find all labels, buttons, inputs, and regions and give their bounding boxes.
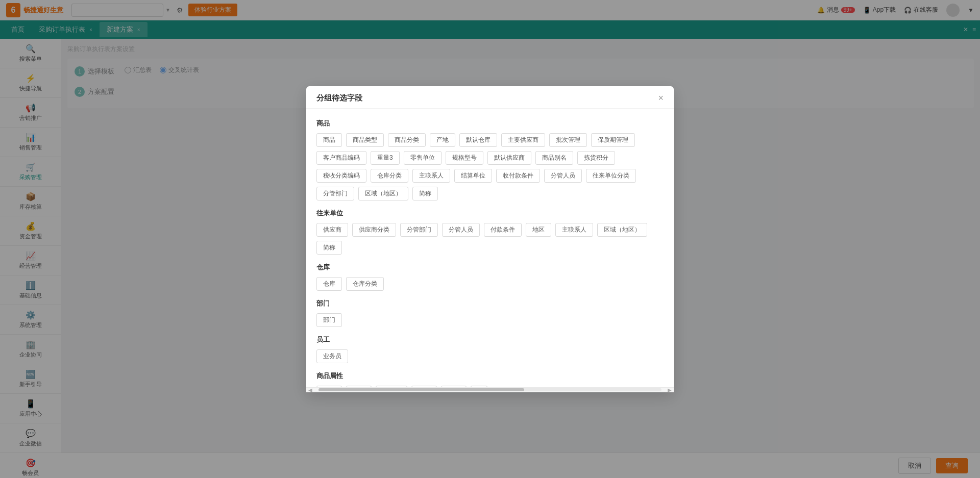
tag-partner-dept[interactable]: 分管部门: [400, 223, 438, 237]
modal-body: 商品 商品 商品类型 商品分类 产地 默认仓库 主要供应商 批次管理 保质期管理…: [306, 109, 674, 387]
section-tags-partner: 供应商 供应商分类 分管部门 分管人员 付款条件 地区 主联系人 区域（地区） …: [316, 223, 664, 255]
tag-short-name[interactable]: 简称: [412, 187, 438, 200]
hscroll-track: [318, 388, 662, 391]
modal-header: 分组待选字段 ×: [306, 86, 674, 109]
tag-main-supplier[interactable]: 主要供应商: [501, 133, 545, 147]
hscroll-right-arrow[interactable]: ▶: [666, 387, 674, 393]
section-title-staff: 员工: [316, 335, 664, 344]
modal-close-button[interactable]: ×: [658, 93, 664, 103]
tag-tax-code[interactable]: 税收分类编码: [316, 169, 366, 183]
tag-default-warehouse[interactable]: 默认仓库: [459, 133, 497, 147]
hscroll-left-arrow[interactable]: ◀: [306, 387, 314, 393]
tag-area[interactable]: 地区: [526, 223, 551, 237]
section-tags-warehouse: 仓库 仓库分类: [316, 277, 664, 291]
tag-payment-condition[interactable]: 付款条件: [484, 223, 522, 237]
section-title-product-attr: 商品属性: [316, 371, 664, 381]
section-tags-goods: 商品 商品类型 商品分类 产地 默认仓库 主要供应商 批次管理 保质期管理 客户…: [316, 133, 664, 200]
tag-goods-alias[interactable]: 商品别名: [535, 151, 573, 165]
tag-goods-type[interactable]: 商品类型: [346, 133, 384, 147]
section-tags-staff: 业务员: [316, 349, 664, 363]
tag-payment-terms[interactable]: 收付款条件: [496, 169, 540, 183]
tag-default-supplier[interactable]: 默认供应商: [487, 151, 531, 165]
section-tags-department: 部门: [316, 313, 664, 327]
tag-warehouse-category[interactable]: 仓库分类: [371, 169, 408, 183]
tag-partner-category[interactable]: 往来单位分类: [586, 169, 636, 183]
tag-batch-mgmt[interactable]: 批次管理: [549, 133, 587, 147]
tag-partner-staff[interactable]: 分管人员: [442, 223, 480, 237]
section-title-warehouse: 仓库: [316, 263, 664, 272]
tag-goods[interactable]: 商品: [316, 133, 342, 147]
tag-supplier-category[interactable]: 供应商分类: [352, 223, 396, 237]
tag-origin[interactable]: 产地: [430, 133, 455, 147]
tag-partner-main-contact[interactable]: 主联系人: [555, 223, 593, 237]
tag-department[interactable]: 部门: [316, 313, 342, 327]
tag-spec-model[interactable]: 规格型号: [446, 151, 483, 165]
section-title-department: 部门: [316, 299, 664, 308]
tag-retail-unit[interactable]: 零售单位: [404, 151, 442, 165]
tag-supervisor-staff[interactable]: 分管人员: [544, 169, 582, 183]
section-title-goods: 商品: [316, 119, 664, 128]
tag-partner-short-name[interactable]: 简称: [316, 241, 342, 255]
tag-weight3[interactable]: 重量3: [371, 151, 400, 165]
tag-settlement-unit[interactable]: 结算单位: [454, 169, 492, 183]
tag-dept-managed[interactable]: 分管部门: [316, 187, 354, 200]
modal-title: 分组待选字段: [316, 93, 362, 103]
modal-overlay: 分组待选字段 × 商品 商品 商品类型 商品分类 产地 默认仓库 主要供应商 批…: [0, 0, 980, 478]
section-title-partner: 往来单位: [316, 209, 664, 218]
tag-warehouse-cat[interactable]: 仓库分类: [346, 277, 384, 291]
modal-horizontal-scrollbar[interactable]: ◀ ▶: [306, 387, 674, 392]
tag-goods-category[interactable]: 商品分类: [388, 133, 426, 147]
hscroll-thumb[interactable]: [318, 388, 524, 391]
tag-expiry-mgmt[interactable]: 保质期管理: [591, 133, 635, 147]
tag-main-contact[interactable]: 主联系人: [412, 169, 450, 183]
tag-region[interactable]: 区域（地区）: [358, 187, 408, 200]
tag-warehouse[interactable]: 仓库: [316, 277, 342, 291]
tag-supplier[interactable]: 供应商: [316, 223, 348, 237]
tag-customer-goods-code[interactable]: 客户商品编码: [316, 151, 366, 165]
field-select-modal: 分组待选字段 × 商品 商品 商品类型 商品分类 产地 默认仓库 主要供应商 批…: [306, 86, 674, 392]
tag-partner-region[interactable]: 区域（地区）: [597, 223, 647, 237]
tag-salesperson[interactable]: 业务员: [316, 349, 348, 363]
tag-pick-points[interactable]: 拣货积分: [577, 151, 615, 165]
